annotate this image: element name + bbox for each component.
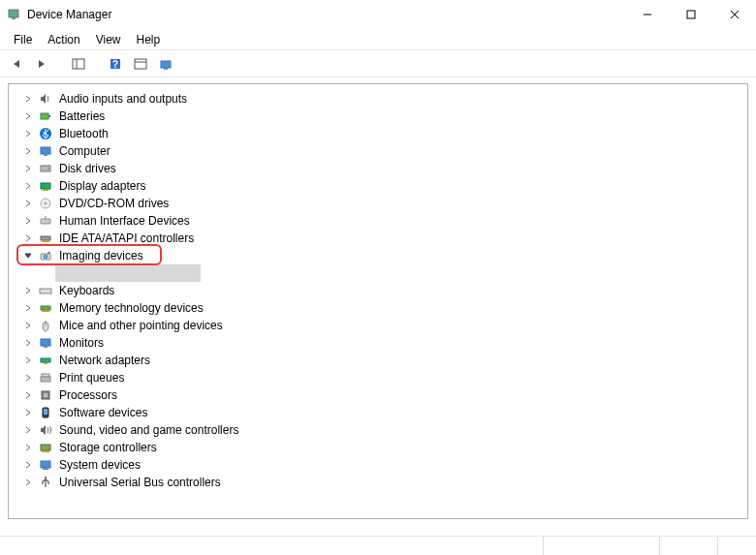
tree-item-dvd-cd-rom-drives[interactable]: DVD/CD-ROM drives: [9, 195, 747, 212]
tree-item-display-adapters[interactable]: Display adapters: [9, 177, 747, 195]
menu-view[interactable]: View: [88, 31, 129, 48]
tree-item-label: DVD/CD-ROM drives: [59, 195, 169, 212]
svg-rect-47: [44, 393, 47, 397]
dvd-icon: [38, 196, 53, 211]
toolbar: ?: [0, 50, 756, 77]
help-button[interactable]: ?: [105, 53, 126, 75]
chevron-right-icon[interactable]: [22, 389, 34, 401]
minimize-button[interactable]: [625, 0, 669, 29]
chevron-right-icon[interactable]: [22, 459, 34, 471]
disk-icon: [38, 161, 53, 176]
menu-help[interactable]: Help: [129, 31, 169, 48]
svg-rect-41: [44, 346, 47, 348]
speaker-icon: [38, 91, 53, 107]
chevron-right-icon[interactable]: [22, 424, 34, 436]
chevron-right-icon[interactable]: [22, 302, 34, 314]
tree-child-selected[interactable]: [55, 264, 201, 282]
close-button[interactable]: [712, 0, 756, 29]
chevron-right-icon[interactable]: [22, 110, 34, 122]
svg-rect-51: [42, 450, 49, 452]
menu-action[interactable]: Action: [40, 31, 87, 48]
chevron-right-icon[interactable]: [22, 477, 34, 488]
tree-item-label: Audio inputs and outputs: [59, 90, 187, 108]
menu-file[interactable]: File: [6, 31, 40, 48]
tree-item-disk-drives[interactable]: Disk drives: [9, 160, 747, 177]
chevron-right-icon[interactable]: [22, 337, 34, 349]
svg-rect-14: [41, 113, 48, 119]
chevron-down-icon[interactable]: [22, 250, 34, 262]
device-tree[interactable]: Audio inputs and outputsBatteriesBluetoo…: [8, 83, 748, 519]
content-area: Audio inputs and outputsBatteriesBluetoo…: [0, 77, 756, 527]
tree-item-keyboards[interactable]: Keyboards: [9, 282, 747, 299]
tree-item-sound-video-and-game-controllers[interactable]: Sound, video and game controllers: [9, 421, 747, 439]
back-button[interactable]: [6, 53, 27, 75]
tree-item-processors[interactable]: Processors: [9, 386, 747, 404]
tree-item-label: Mice and other pointing devices: [59, 317, 223, 334]
chevron-right-icon[interactable]: [22, 198, 34, 209]
tree-item-bluetooth[interactable]: Bluetooth: [9, 125, 747, 142]
tree-item-batteries[interactable]: Batteries: [9, 108, 747, 125]
tree-item-ide-ata-atapi-controllers[interactable]: IDE ATA/ATAPI controllers: [9, 230, 747, 247]
status-bar: [0, 536, 756, 555]
tree-item-imaging-devices[interactable]: Imaging devices: [9, 247, 747, 264]
chevron-right-icon[interactable]: [22, 355, 34, 366]
system-device-icon: [38, 457, 53, 473]
tree-item-label: Processors: [59, 386, 117, 404]
svg-rect-1: [12, 17, 16, 19]
tree-item-label: Human Interface Devices: [59, 212, 190, 230]
window-title: Device Manager: [27, 8, 625, 21]
chevron-right-icon[interactable]: [22, 128, 34, 139]
tree-item-software-devices[interactable]: Software devices: [9, 404, 747, 421]
tree-item-storage-controllers[interactable]: Storage controllers: [9, 439, 747, 456]
show-hide-tree-button[interactable]: [68, 53, 89, 75]
window-controls: [625, 0, 756, 29]
properties-button[interactable]: [130, 53, 151, 75]
processor-icon: [38, 387, 53, 403]
tree-item-label: Imaging devices: [59, 247, 143, 264]
svg-rect-0: [9, 10, 18, 17]
svg-rect-45: [41, 377, 50, 382]
chevron-right-icon[interactable]: [22, 442, 34, 453]
tree-item-computer[interactable]: Computer: [9, 142, 747, 160]
chevron-right-icon[interactable]: [22, 407, 34, 418]
chevron-right-icon[interactable]: [22, 232, 34, 244]
svg-rect-10: [135, 59, 146, 69]
svg-rect-31: [47, 252, 50, 254]
chevron-right-icon[interactable]: [22, 180, 34, 192]
storage-controller-icon: [38, 440, 53, 455]
tree-item-memory-technology-devices[interactable]: Memory technology devices: [9, 299, 747, 317]
tree-item-label: Universal Serial Bus controllers: [59, 474, 221, 491]
maximize-button[interactable]: [669, 0, 712, 29]
forward-button[interactable]: [31, 53, 52, 75]
computer-icon: [38, 143, 53, 159]
tree-item-print-queues[interactable]: Print queues: [9, 369, 747, 386]
svg-rect-32: [40, 289, 51, 293]
svg-rect-49: [44, 409, 47, 415]
chevron-right-icon[interactable]: [22, 93, 34, 105]
chevron-right-icon[interactable]: [22, 215, 34, 227]
tree-item-label: Monitors: [59, 334, 104, 352]
scan-hardware-button[interactable]: [155, 53, 176, 75]
chevron-right-icon[interactable]: [22, 372, 34, 384]
app-icon: [6, 7, 21, 22]
svg-point-24: [45, 202, 47, 205]
svg-text:?: ?: [112, 59, 118, 70]
chevron-right-icon[interactable]: [22, 320, 34, 331]
tree-item-audio-inputs-and-outputs[interactable]: Audio inputs and outputs: [9, 90, 747, 108]
svg-rect-52: [41, 461, 50, 468]
tree-item-universal-serial-bus-controllers[interactable]: Universal Serial Bus controllers: [9, 474, 747, 491]
sound-controller-icon: [38, 422, 53, 438]
svg-rect-15: [48, 115, 50, 117]
menu-bar: FileActionViewHelp: [0, 29, 756, 50]
tree-item-label: IDE ATA/ATAPI controllers: [59, 230, 194, 247]
tree-item-system-devices[interactable]: System devices: [9, 456, 747, 474]
tree-item-monitors[interactable]: Monitors: [9, 334, 747, 352]
chevron-right-icon[interactable]: [22, 285, 34, 296]
chevron-right-icon[interactable]: [22, 145, 34, 157]
svg-rect-37: [42, 310, 49, 312]
chevron-right-icon[interactable]: [22, 163, 34, 174]
tree-item-human-interface-devices[interactable]: Human Interface Devices: [9, 212, 747, 230]
svg-rect-12: [161, 61, 171, 68]
tree-item-network-adapters[interactable]: Network adapters: [9, 352, 747, 369]
tree-item-mice-and-other-pointing-devices[interactable]: Mice and other pointing devices: [9, 317, 747, 334]
